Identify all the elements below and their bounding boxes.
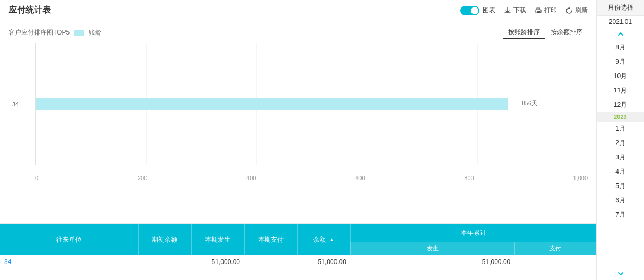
legend-box [74,30,84,36]
chart-header: 客户应付排序图TOP5 账龄 按账龄排序 按余额排序 [8,27,588,39]
sidebar: 月份选择 8月 9月 10月 11月 12月 2023 1月 2月 3月 4月 … [596,0,644,280]
cell-current-pay [244,255,297,269]
chart-grid: 856天 34 [35,43,588,165]
x-axis: 0 200 400 600 800 1,000 [35,175,588,181]
refresh-button[interactable]: 刷新 [565,6,588,15]
page-title: 应付统计表 [8,5,51,16]
sidebar-item-2[interactable]: 2月 [597,136,644,150]
col-current-pay: 本期支付 [244,224,297,255]
col-ytd-occur: 发生 [350,242,514,255]
refresh-label: 刷新 [575,6,588,15]
col-opening: 期初余额 [138,224,191,255]
sidebar-item-10[interactable]: 10月 [597,69,644,83]
sidebar-year-2023[interactable]: 2023 [597,112,644,122]
sort-by-balance-button[interactable]: 按余额排序 [545,27,588,39]
scroll-up-button[interactable] [597,28,644,40]
table-body: 34 51,000.00 51,000.00 51,000.00 [0,255,596,269]
main-content: 应付统计表 图表 下载 [0,0,596,280]
legend-text: 客户应付排序图TOP5 [8,28,70,37]
print-icon [535,7,542,14]
bar-chart: 856天 34 0 200 400 600 800 1,000 [8,43,588,181]
cell-balance: 51,000.00 [297,255,350,269]
chart-area: 客户应付排序图TOP5 账龄 按账龄排序 按余额排序 [0,21,596,223]
sidebar-item-6[interactable]: 6月 [597,193,644,208]
sidebar-item-7[interactable]: 7月 [597,208,644,222]
cell-vendor[interactable]: 34 [0,255,138,269]
refresh-icon [565,7,573,14]
x-label-200: 200 [138,175,147,181]
year-input[interactable] [597,16,644,28]
toggle-label: 图表 [483,6,495,15]
x-label-400: 400 [246,175,256,181]
table-area: 往来单位 期初余额 本期发生 本期支付 余额 本年累计 [0,223,596,280]
table-header-row: 往来单位 期初余额 本期发生 本期支付 余额 本年累计 [0,224,596,242]
legend-box-label: 账龄 [89,28,101,37]
x-label-800: 800 [464,175,474,181]
sidebar-item-9[interactable]: 9月 [597,55,644,69]
y-axis-label: 34 [12,101,19,107]
cell-current-occur: 51,000.00 [191,255,244,269]
sort-by-age-button[interactable]: 按账龄排序 [503,27,545,39]
download-button[interactable]: 下载 [504,6,526,15]
chart-legend: 客户应付排序图TOP5 账龄 [8,28,101,37]
download-label: 下载 [513,6,526,15]
col-ytd-pay: 支付 [514,242,596,255]
chevron-down-icon [616,269,625,278]
sidebar-header: 月份选择 [597,0,644,16]
data-table: 往来单位 期初余额 本期发生 本期支付 余额 本年累计 [0,224,596,269]
sidebar-month-list[interactable]: 8月 9月 10月 11月 12月 2023 1月 2月 3月 4月 5月 6月… [597,40,644,267]
col-vendor: 往来单位 [0,224,138,255]
sidebar-item-11[interactable]: 11月 [597,83,644,98]
x-label-1000: 1,000 [573,175,588,181]
col-balance: 余额 [297,224,350,255]
table-wrap[interactable]: 往来单位 期初余额 本期发生 本期支付 余额 本年累计 [0,224,596,280]
print-button[interactable]: 打印 [535,6,557,15]
scroll-down-button[interactable] [597,267,644,280]
download-icon [504,7,511,14]
sort-icon [329,237,334,242]
table-row: 34 51,000.00 51,000.00 51,000.00 [0,255,596,269]
chart-toggle-wrap[interactable]: 图表 [460,6,495,15]
sidebar-item-1[interactable]: 1月 [597,122,644,136]
cell-ytd-pay [514,255,596,269]
header-actions: 图表 下载 打印 [460,6,588,15]
chevron-up-icon [616,30,625,38]
x-label-0: 0 [35,175,38,181]
sidebar-item-8[interactable]: 8月 [597,40,644,55]
col-current-occur: 本期发生 [191,224,244,255]
header: 应付统计表 图表 下载 [0,0,596,21]
bar-end-label: 856天 [522,99,537,107]
sidebar-item-3[interactable]: 3月 [597,150,644,165]
cell-opening [138,255,191,269]
svg-rect-1 [537,11,540,13]
bar-fill: 856天 [36,98,508,110]
col-ytd: 本年累计 [350,224,596,242]
chart-sort-buttons: 按账龄排序 按余额排序 [503,27,588,39]
x-label-600: 600 [355,175,365,181]
cell-ytd-occur: 51,000.00 [350,255,514,269]
sidebar-item-4[interactable]: 4月 [597,165,644,179]
sidebar-item-5[interactable]: 5月 [597,179,644,193]
print-label: 打印 [544,6,557,15]
app-container: 应付统计表 图表 下载 [0,0,644,280]
sidebar-item-12[interactable]: 12月 [597,98,644,112]
chart-toggle[interactable] [460,6,479,15]
bar-row: 856天 [36,98,588,110]
